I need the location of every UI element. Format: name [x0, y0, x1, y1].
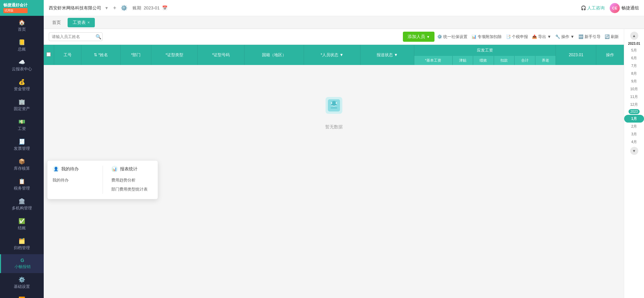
special-icon: 📊 — [471, 34, 477, 39]
sidebar-item-xiaochang[interactable]: G 小畅报销 — [0, 254, 44, 273]
period-value: 2023-01 — [144, 5, 160, 10]
header-dept: *部门 — [121, 45, 151, 65]
cloud-icon: ☁️ — [18, 59, 25, 65]
header-pension: 养老 — [535, 56, 556, 65]
company-dropdown-icon[interactable]: ▼ — [105, 6, 109, 10]
popup-item-cost-trend[interactable]: 费用趋势分析 — [111, 176, 153, 185]
timeline-month-12[interactable]: 12月 — [624, 101, 644, 108]
sidebar-item-salary[interactable]: 💵 工资 — [0, 115, 44, 135]
sidebar-item-assets[interactable]: 🏢 固定资产 — [0, 95, 44, 115]
toolbar: 🔍 添加人员 ▼ ⚙️ 统一社保设置 📊 专项附加扣除 — [44, 29, 624, 45]
header-operation: 操作 — [596, 45, 624, 65]
popup-section-reports: 📊 报表统计 费用趋势分析 部门费用类型统计表 — [111, 166, 153, 194]
header-base-salary: *基本工资 — [414, 56, 452, 65]
sidebar-item-ledger[interactable]: 📒 总账 — [0, 36, 44, 56]
special-deduct-action[interactable]: 📊 专项附加扣除 — [471, 34, 502, 40]
tax-report-icon: 📑 — [506, 34, 511, 39]
header-checkbox-cell — [44, 45, 54, 65]
operation-action[interactable]: 🔧 操作 ▼ — [555, 34, 574, 40]
popup-divider — [103, 166, 103, 194]
timeline-up-button[interactable]: ▲ — [630, 32, 638, 40]
tax-report-action[interactable]: 📑 个税申报 — [506, 34, 528, 40]
timeline-month-7[interactable]: 7月 — [624, 62, 644, 70]
timeline-month-3[interactable]: 3月 — [624, 130, 644, 138]
company-settings-icon[interactable]: ⚙️ — [121, 5, 127, 11]
sidebar-item-label: 固定资产 — [14, 106, 30, 112]
header-id-type: *证型类型 — [151, 45, 197, 65]
timeline-down-button[interactable]: ▼ — [630, 147, 638, 155]
timeline-month-6[interactable]: 6月 — [624, 54, 644, 62]
todos-section-icon: 👤 — [52, 166, 59, 172]
timeline-month-2[interactable]: 2月 — [624, 123, 644, 130]
sidebar-item-label: 发票管理 — [14, 146, 30, 152]
timeline-month-4[interactable]: 4月 — [624, 138, 644, 146]
settings-icon: ⚙️ — [18, 276, 25, 283]
sidebar-item-settings[interactable]: ⚙️ 基础设置 — [0, 273, 44, 293]
app-name: 畅捷通好会计 — [3, 3, 28, 8]
sidebar-item-label: 结账 — [18, 225, 26, 231]
table-header-row: 工号 ⇅ *姓名 *部门 *证型类型 *证型号码 国籍（地区） *人员状态 ▼ — [44, 45, 624, 56]
svg-rect-3 — [331, 107, 337, 108]
reports-section-icon: 📊 — [111, 166, 118, 172]
toolbar-actions: ⚙️ 统一社保设置 📊 专项附加扣除 📑 个税申报 📤 导出 ▼ — [437, 34, 619, 40]
empty-icon — [320, 92, 347, 119]
search-input[interactable] — [52, 34, 96, 39]
sidebar-item-closing[interactable]: ✅ 结账 — [0, 214, 44, 234]
sidebar-item-finance[interactable]: 💰 资金管理 — [0, 75, 44, 95]
sidebar-item-archive[interactable]: 🗂️ 归档管理 — [0, 234, 44, 254]
operation-icon: 🔧 — [555, 34, 560, 39]
header-deduct: 扣款 — [494, 56, 515, 65]
header-send-status: 报送状态 ▼ — [361, 45, 414, 65]
tab-close-icon[interactable]: × — [87, 20, 90, 25]
export-action[interactable]: 📤 导出 ▼ — [532, 34, 551, 40]
user-menu[interactable]: CE 畅捷通组 — [610, 3, 639, 13]
refresh-action[interactable]: 🔄 刷新 — [605, 34, 619, 40]
assets-icon: 🏢 — [18, 99, 25, 105]
timeline-month-10[interactable]: 10月 — [624, 85, 644, 93]
ledger-icon: 📒 — [18, 39, 25, 45]
sidebar-item-home[interactable]: 🏠 首页 — [0, 16, 44, 36]
tab-home-label: 首页 — [52, 20, 61, 26]
timeline-panel: ▲ 2023.01 5月 6月 7月 8月 9月 10月 11月 12月 202… — [624, 29, 644, 298]
tab-salary-label: 工资表 — [73, 20, 86, 26]
company-name: 西安虾米网络科技有限公司 — [49, 5, 101, 11]
social-settings-action[interactable]: ⚙️ 统一社保设置 — [437, 34, 467, 40]
popup-item-todos[interactable]: 我的待办 — [52, 176, 94, 185]
sidebar-item-guide[interactable]: ▶️ 新手引导 — [0, 293, 44, 298]
sidebar-item-cloud[interactable]: ☁️ 云报表中心 — [0, 56, 44, 75]
sidebar-item-label: 多机构管理 — [12, 205, 32, 211]
guide-action[interactable]: 🆕 新手引导 — [578, 34, 601, 40]
header-id-num: *证型号码 — [198, 45, 244, 65]
timeline-month-1[interactable]: 1月 — [624, 115, 644, 123]
timeline-month-9[interactable]: 9月 — [624, 77, 644, 85]
timeline-month-8[interactable]: 8月 — [624, 70, 644, 77]
add-person-button[interactable]: 添加人员 ▼ — [403, 32, 434, 42]
search-box[interactable]: 🔍 — [49, 32, 103, 41]
svg-point-5 — [336, 102, 337, 104]
add-person-label: 添加人员 — [408, 34, 425, 40]
sidebar-item-label: 税务管理 — [14, 186, 30, 191]
tab-salary-table[interactable]: 工资表 × — [68, 18, 95, 27]
sidebar-item-multi[interactable]: 🏛️ 多机构管理 — [0, 195, 44, 214]
archive-icon: 🗂️ — [18, 238, 25, 244]
status-filter-icon[interactable]: ▼ — [340, 53, 344, 57]
headset-icon: 🎧 — [581, 5, 586, 10]
home-icon: 🏠 — [18, 19, 25, 26]
sidebar-item-tax[interactable]: 📋 税务管理 — [0, 175, 44, 195]
support-button[interactable]: 🎧 人工咨询 — [581, 5, 605, 11]
sidebar-item-invoice[interactable]: 🧾 发票管理 — [0, 135, 44, 155]
send-filter-icon[interactable]: ▼ — [394, 53, 398, 57]
timeline-month-11[interactable]: 11月 — [624, 93, 644, 101]
add-company-button[interactable]: ＋ — [112, 4, 117, 11]
finance-icon: 💰 — [18, 79, 25, 85]
refresh-icon: 🔄 — [605, 34, 610, 39]
timeline-month-5[interactable]: 5月 — [624, 46, 644, 54]
popup-item-dept-cost[interactable]: 部门费用类型统计表 — [111, 185, 153, 194]
header-name[interactable]: ⇅ *姓名 — [81, 45, 120, 65]
header-num: 工号 — [54, 45, 81, 65]
select-all-checkbox[interactable] — [46, 52, 51, 57]
period-calendar-icon[interactable]: 📅 — [162, 5, 167, 10]
tab-home[interactable]: 首页 — [47, 18, 66, 27]
invoice-icon: 🧾 — [18, 138, 25, 145]
sidebar-item-inventory[interactable]: 📦 库存核算 — [0, 155, 44, 175]
